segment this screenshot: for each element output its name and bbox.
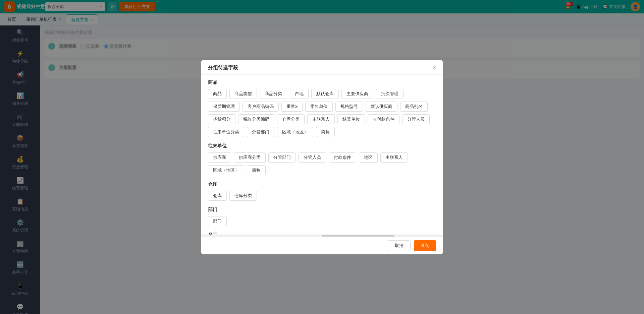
field-group-employee: 员工 业务员 bbox=[208, 232, 436, 235]
field-tag-goods-item[interactable]: 商品 bbox=[208, 89, 227, 99]
field-tag-goods-type[interactable]: 商品类型 bbox=[229, 89, 257, 99]
field-tag-goods-partner-category[interactable]: 往来单位分类 bbox=[208, 127, 244, 137]
field-tag-partner-supplier[interactable]: 供应商 bbox=[208, 152, 231, 163]
fields-grid-warehouse: 仓库 仓库分类 bbox=[208, 191, 436, 201]
field-group-department-title: 部门 bbox=[208, 207, 436, 213]
field-tag-goods-settlement-unit[interactable]: 结算单位 bbox=[337, 114, 365, 124]
field-tag-goods-expiry-mgmt[interactable]: 保质期管理 bbox=[208, 102, 240, 112]
modal-header: 分组待选字段 × bbox=[201, 60, 443, 75]
field-tag-goods-main-contact[interactable]: 主联系人 bbox=[307, 114, 335, 124]
modal-title: 分组待选字段 bbox=[208, 65, 238, 71]
field-tag-goods-pick-points[interactable]: 拣货积分 bbox=[208, 114, 235, 124]
confirm-button[interactable]: 查询 bbox=[414, 240, 436, 251]
field-tag-partner-area[interactable]: 区域（地区） bbox=[208, 165, 244, 175]
modal-footer: 取消 查询 bbox=[201, 237, 443, 254]
field-tag-goods-dept[interactable]: 分管部门 bbox=[247, 127, 274, 137]
field-tag-goods-batch-mgmt[interactable]: 批次管理 bbox=[376, 89, 404, 99]
cancel-button[interactable]: 取消 bbox=[388, 240, 411, 251]
field-tag-goods-supervisor[interactable]: 分管人员 bbox=[402, 114, 430, 124]
field-tag-department-item[interactable]: 部门 bbox=[208, 216, 227, 226]
field-group-partner: 往来单位 供应商 供应商分类 分管部门 分管人员 付款条件 地区 主联系人 区域… bbox=[208, 143, 436, 175]
field-tag-goods-tax-code[interactable]: 税收分类编码 bbox=[238, 114, 274, 124]
field-tag-goods-main-supplier[interactable]: 主要供应商 bbox=[341, 89, 373, 99]
field-group-goods: 商品 商品 商品类型 商品分类 产地 默认仓库 主要供应商 批次管理 保质期管理… bbox=[208, 79, 436, 137]
field-tag-goods-default-warehouse[interactable]: 默认仓库 bbox=[311, 89, 339, 99]
field-group-warehouse-title: 仓库 bbox=[208, 181, 436, 187]
field-tag-goods-spec-model[interactable]: 规格型号 bbox=[335, 102, 363, 112]
field-tag-warehouse-item[interactable]: 仓库 bbox=[208, 191, 227, 201]
field-tag-goods-customer-code[interactable]: 客户商品编码 bbox=[243, 102, 279, 112]
field-group-employee-title: 员工 bbox=[208, 232, 436, 235]
field-group-department: 部门 部门 bbox=[208, 207, 436, 226]
field-tag-partner-supplier-category[interactable]: 供应商分类 bbox=[234, 152, 266, 163]
field-tag-goods-weight3[interactable]: 重量3 bbox=[281, 102, 303, 112]
fields-grid-partner: 供应商 供应商分类 分管部门 分管人员 付款条件 地区 主联系人 区域（地区） … bbox=[208, 152, 436, 175]
field-tag-partner-main-contact[interactable]: 主联系人 bbox=[380, 152, 408, 163]
field-tag-goods-alias[interactable]: 商品别名 bbox=[400, 102, 428, 112]
field-tag-partner-supervisor[interactable]: 分管人员 bbox=[299, 152, 326, 163]
modal-hscroll-thumb bbox=[322, 235, 394, 237]
field-tag-goods-default-supplier[interactable]: 默认供应商 bbox=[366, 102, 397, 112]
field-tag-goods-payment-terms[interactable]: 收付款条件 bbox=[368, 114, 399, 124]
field-tag-warehouse-category[interactable]: 仓库分类 bbox=[229, 191, 257, 201]
field-tag-partner-dept[interactable]: 分管部门 bbox=[268, 152, 296, 163]
field-tag-partner-short-name[interactable]: 简称 bbox=[247, 165, 266, 175]
field-tag-partner-payment-terms[interactable]: 付款条件 bbox=[329, 152, 356, 163]
fields-grid-goods: 商品 商品类型 商品分类 产地 默认仓库 主要供应商 批次管理 保质期管理 客户… bbox=[208, 89, 436, 137]
field-tag-goods-origin[interactable]: 产地 bbox=[290, 89, 309, 99]
field-tag-goods-short-name[interactable]: 简称 bbox=[316, 127, 335, 137]
field-tag-partner-region[interactable]: 地区 bbox=[359, 152, 378, 163]
field-tag-goods-retail-unit[interactable]: 零售单位 bbox=[305, 102, 333, 112]
fields-grid-department: 部门 bbox=[208, 216, 436, 226]
field-tag-goods-warehouse-category[interactable]: 仓库分类 bbox=[277, 114, 305, 124]
field-tag-goods-category[interactable]: 商品分类 bbox=[260, 89, 287, 99]
modal-horizontal-scrollbar[interactable] bbox=[201, 235, 443, 237]
modal-dialog: 分组待选字段 × 商品 商品 商品类型 商品分类 产地 默认仓库 主要供应商 批… bbox=[201, 60, 443, 254]
field-tag-goods-region[interactable]: 区域（地区） bbox=[277, 127, 313, 137]
field-group-partner-title: 往来单位 bbox=[208, 143, 436, 149]
field-group-goods-title: 商品 bbox=[208, 79, 436, 85]
modal-body: 商品 商品 商品类型 商品分类 产地 默认仓库 主要供应商 批次管理 保质期管理… bbox=[201, 75, 443, 235]
modal-close-button[interactable]: × bbox=[432, 65, 436, 71]
field-group-warehouse: 仓库 仓库 仓库分类 bbox=[208, 181, 436, 201]
modal-overlay: 分组待选字段 × 商品 商品 商品类型 商品分类 产地 默认仓库 主要供应商 批… bbox=[0, 0, 644, 314]
